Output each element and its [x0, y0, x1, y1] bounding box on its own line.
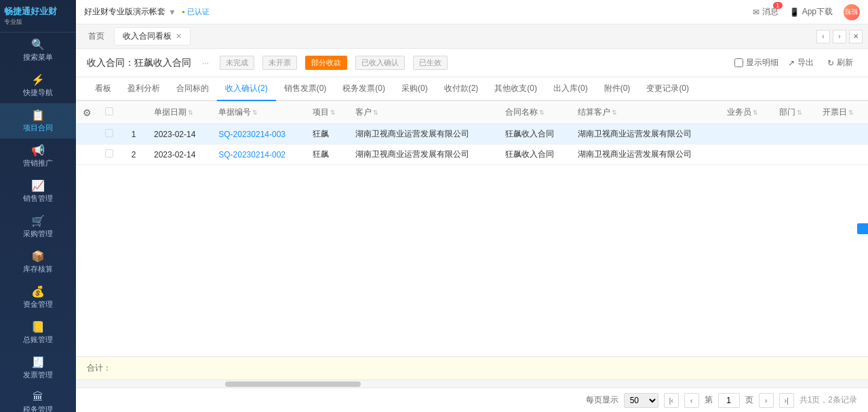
company-selector[interactable]: 好业财专业版演示帐套 ▼	[84, 6, 176, 18]
total-info: 共1页，2条记录	[800, 394, 857, 406]
sidebar: 畅捷通好业财 专业版 🔍搜索菜单⚡快捷导航📋项目合同📢营销推广📈销售管理🛒采购管…	[0, 0, 76, 412]
row-number-link-0[interactable]: SQ-20230214-003	[218, 130, 285, 139]
sidebar-item-2[interactable]: 📋项目合同	[0, 103, 76, 138]
col-dept-header[interactable]: 部门 ⇅	[772, 101, 815, 124]
first-page-button[interactable]: |‹	[664, 393, 679, 408]
topbar-left: 好业财专业版演示帐套 ▼ 已认证	[84, 6, 210, 18]
row-contract-0: 狂飙收入合同	[498, 124, 572, 145]
tab-home[interactable]: 首页	[81, 28, 111, 45]
export-icon: ↗	[788, 58, 795, 68]
sidebar-item-1[interactable]: ⚡快捷导航	[0, 68, 76, 103]
subtab-1[interactable]: 盈利分析	[119, 77, 168, 101]
tab-contract-board[interactable]: 收入合同看板 ✕	[114, 27, 191, 45]
tab-close-icon[interactable]: ✕	[176, 32, 182, 41]
subtab-11[interactable]: 变更记录(0)	[638, 77, 697, 101]
col-settle-header[interactable]: 结算客户 ⇅	[571, 101, 720, 124]
subtab-6[interactable]: 采购(0)	[393, 77, 436, 101]
date-sort-icon: ⇅	[188, 109, 193, 116]
table-row[interactable]: 1 2023-02-14 SQ-20230214-003 狂飙 湖南卫视商业运营…	[76, 124, 868, 145]
status-uninvoiced-button[interactable]: 未开票	[262, 56, 297, 70]
scroll-bar-area[interactable]	[76, 379, 868, 388]
sidebar-icon-4: 📈	[31, 179, 45, 192]
sidebar-item-7[interactable]: 💰资金管理	[0, 280, 76, 315]
message-action[interactable]: ✉ 消息 1	[753, 6, 778, 18]
col-date-header[interactable]: 单据日期 ⇅	[147, 101, 212, 124]
subtab-10[interactable]: 附件(0)	[596, 77, 639, 101]
col-number-header[interactable]: 单据编号 ⇅	[212, 101, 306, 124]
user-avatar-action[interactable]: 珠珠	[844, 4, 860, 20]
subtab-9[interactable]: 出入库(0)	[545, 77, 596, 101]
row-date-0: 2023-02-14	[147, 124, 212, 145]
row-customer-0: 湖南卫视商业运营发展有限公司	[349, 124, 498, 145]
row-checkbox-cell[interactable]	[98, 124, 120, 145]
row-checkbox-1[interactable]	[105, 149, 113, 157]
status-partial-button[interactable]: 部分收款	[305, 56, 347, 70]
export-button[interactable]: ↗ 导出	[784, 56, 818, 70]
pagination: 每页显示 50 100 200 |‹ ‹ 第 页 › ›| 共1页，2条记录	[76, 388, 868, 412]
status-active-button[interactable]: 已生效	[413, 56, 448, 70]
row-opendate-1	[816, 145, 868, 165]
col-customer-header[interactable]: 客户 ⇅	[349, 101, 498, 124]
refresh-button[interactable]: ↻ 刷新	[823, 56, 857, 70]
sidebar-icon-7: 💰	[31, 285, 45, 298]
col-project-header[interactable]: 项目 ⇅	[306, 101, 349, 124]
subtab-3[interactable]: 收入确认(2)	[217, 77, 276, 101]
tabbar-nav: ‹ › ✕	[816, 30, 863, 43]
subtab-2[interactable]: 合同标的	[168, 77, 217, 101]
subtab-5[interactable]: 税务发票(0)	[334, 77, 393, 101]
row-number-1[interactable]: SQ-20230214-002	[212, 145, 306, 165]
contract-more-button[interactable]: ···	[199, 58, 212, 68]
next-page-button[interactable]: ›	[759, 393, 774, 408]
sidebar-item-5[interactable]: 🛒采购管理	[0, 209, 76, 244]
table-row[interactable]: 2 2023-02-14 SQ-20230214-002 狂飙 湖南卫视商业运营…	[76, 145, 868, 165]
page-input[interactable]	[718, 393, 740, 408]
right-note[interactable]: 备注	[857, 223, 868, 234]
nav-prev-button[interactable]: ‹	[816, 30, 830, 43]
subtab-8[interactable]: 其他收支(0)	[486, 77, 545, 101]
app-sub: 专业版	[4, 18, 72, 26]
sidebar-item-8[interactable]: 📒总账管理	[0, 315, 76, 350]
page-label2: 页	[745, 394, 753, 406]
content-area: 收入合同：狂飙收入合同 ··· 未完成 未开票 部分收款 已收入确认 已生效 显…	[76, 49, 868, 412]
prev-page-button[interactable]: ‹	[684, 393, 699, 408]
row-dept-1	[772, 145, 815, 165]
subtab-4[interactable]: 销售发票(0)	[276, 77, 335, 101]
show-detail-checkbox[interactable]	[734, 58, 743, 67]
sidebar-item-10[interactable]: 🏛税务管理	[0, 386, 76, 412]
scroll-bar-thumb[interactable]	[225, 381, 361, 387]
last-page-button[interactable]: ›|	[779, 393, 794, 408]
sidebar-item-4[interactable]: 📈销售管理	[0, 174, 76, 209]
app-download-action[interactable]: 📱 App下载	[789, 6, 833, 18]
setting-icon[interactable]: ⚙	[83, 107, 92, 118]
company-name: 好业财专业版演示帐套	[84, 6, 165, 18]
row-setting-cell	[76, 145, 98, 165]
subtab-0[interactable]: 看板	[87, 77, 119, 101]
status-uncomplete-button[interactable]: 未完成	[220, 56, 254, 70]
message-icon: ✉	[753, 7, 760, 17]
per-page-select[interactable]: 50 100 200	[624, 393, 658, 408]
row-settle-0: 湖南卫视商业运营发展有限公司	[571, 124, 720, 145]
sidebar-item-9[interactable]: 🧾发票管理	[0, 350, 76, 386]
row-checkbox-0[interactable]	[105, 129, 113, 137]
subtab-7[interactable]: 收付款(2)	[436, 77, 487, 101]
page-label: 第	[705, 394, 713, 406]
table-wrap: ⚙ 单据日期 ⇅	[76, 101, 868, 356]
sidebar-item-0[interactable]: 🔍搜索菜单	[0, 33, 76, 68]
sidebar-item-6[interactable]: 📦库存核算	[0, 244, 76, 280]
sidebar-item-3[interactable]: 📢营销推广	[0, 138, 76, 174]
row-number-link-1[interactable]: SQ-20230214-002	[218, 150, 285, 160]
col-salesman-header[interactable]: 业务员 ⇅	[720, 101, 772, 124]
row-salesman-1	[720, 145, 772, 165]
nav-next-button[interactable]: ›	[833, 30, 846, 43]
col-opendate-header[interactable]: 开票日 ⇅	[816, 101, 868, 124]
select-all-checkbox[interactable]	[105, 107, 113, 115]
row-checkbox-cell[interactable]	[98, 145, 120, 165]
nav-close-button[interactable]: ✕	[849, 30, 863, 43]
total-label: 合计：	[87, 362, 111, 374]
row-date-1: 2023-02-14	[147, 145, 212, 165]
col-contract-header[interactable]: 合同名称 ⇅	[498, 101, 572, 124]
status-confirmed-button[interactable]: 已收入确认	[355, 56, 405, 70]
show-detail-checkbox-label[interactable]: 显示明细	[734, 56, 778, 70]
row-number-0[interactable]: SQ-20230214-003	[212, 124, 306, 145]
row-project-0: 狂飙	[306, 124, 349, 145]
